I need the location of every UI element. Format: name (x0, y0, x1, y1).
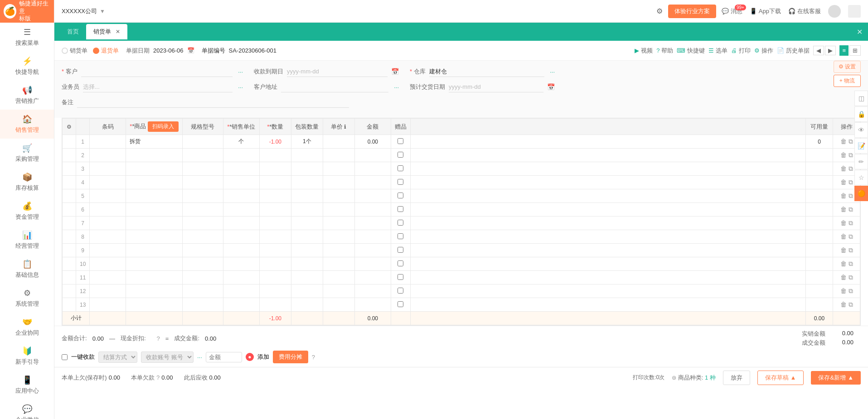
row-product[interactable] (126, 203, 182, 217)
row-qty[interactable] (259, 189, 291, 203)
row-product[interactable] (126, 244, 182, 257)
row-unit[interactable] (223, 230, 259, 244)
row-copy-btn[interactable]: ⧉ (849, 246, 853, 254)
row-copy-btn[interactable]: ⧉ (849, 151, 853, 159)
row-desc[interactable] (410, 162, 805, 176)
print-btn[interactable]: 🖨 打印 (731, 47, 751, 55)
user-menu[interactable] (848, 5, 861, 18)
row-unit[interactable] (223, 176, 259, 189)
sidebar-item-finance[interactable]: 💰 资金管理 (0, 197, 54, 226)
row-unit[interactable] (223, 149, 259, 162)
sidebar-item-wechat[interactable]: 💬 企业微信 (0, 400, 54, 419)
row-qty[interactable] (259, 149, 291, 162)
salesperson-input[interactable] (83, 82, 233, 92)
row-barcode[interactable] (90, 203, 126, 217)
video-help-btn[interactable]: ▶ 视频 (635, 47, 653, 55)
row-unit[interactable] (223, 189, 259, 203)
customer-select-icon[interactable]: ··· (238, 68, 243, 75)
amount-dots[interactable]: ··· (197, 354, 202, 361)
row-barcode[interactable] (90, 257, 126, 271)
th-gear[interactable]: ⚙ (63, 119, 76, 135)
customer-addr-select-icon[interactable]: ··· (394, 84, 399, 91)
calc-help-icon[interactable]: ? (157, 335, 160, 342)
sidebar-item-business[interactable]: 📊 经营管理 (0, 226, 54, 255)
right-tool-7[interactable]: 🟠 (854, 186, 868, 201)
help-btn[interactable]: ? 帮助 (656, 47, 673, 55)
warehouse-select-icon[interactable]: ··· (550, 68, 555, 75)
row-desc[interactable] (410, 217, 805, 230)
add-payment-button[interactable]: ● (246, 353, 254, 361)
history-btn[interactable]: 📄 历史单据 (777, 47, 810, 55)
sidebar-item-collab[interactable]: 🤝 企业协同 (0, 313, 54, 342)
row-copy-btn[interactable]: ⧉ (849, 178, 853, 186)
row-qty[interactable] (259, 162, 291, 176)
row-gift[interactable] (391, 284, 410, 298)
row-product[interactable] (126, 271, 182, 284)
row-copy-btn[interactable]: ⧉ (849, 233, 853, 241)
sidebar-item-basic[interactable]: 📋 基础信息 (0, 255, 54, 284)
notes-input[interactable] (77, 97, 349, 108)
row-price[interactable] (323, 244, 354, 257)
company-selector[interactable]: XXXXXX公司 ▼ (62, 7, 651, 15)
row-unit[interactable] (223, 162, 259, 176)
tab-close-all-icon[interactable]: ✕ (857, 28, 863, 36)
row-delete-btn[interactable]: 🗑 (840, 219, 847, 227)
row-copy-btn[interactable]: ⧉ (849, 301, 853, 308)
row-barcode[interactable] (90, 162, 126, 176)
row-gift[interactable] (391, 203, 410, 217)
grid-view-btn[interactable]: ⊞ (849, 45, 861, 56)
row-spec[interactable] (182, 217, 223, 230)
row-price[interactable] (323, 176, 354, 189)
row-desc[interactable] (410, 149, 805, 162)
row-price[interactable] (323, 203, 354, 217)
row-delete-btn[interactable]: 🗑 (840, 287, 847, 295)
row-desc[interactable] (410, 135, 805, 149)
row-product[interactable] (126, 176, 182, 189)
row-unit[interactable] (223, 284, 259, 298)
row-barcode[interactable] (90, 230, 126, 244)
customer-input[interactable] (81, 66, 233, 77)
row-unit[interactable] (223, 244, 259, 257)
trial-button[interactable]: 体验行业方案 (668, 5, 716, 18)
row-delete-btn[interactable]: 🗑 (840, 233, 847, 241)
row-gift[interactable] (391, 176, 410, 189)
row-desc[interactable] (410, 244, 805, 257)
row-gift[interactable] (391, 162, 410, 176)
row-desc[interactable] (410, 230, 805, 244)
row-delete-btn[interactable]: 🗑 (840, 138, 847, 145)
row-delete-btn[interactable]: 🗑 (840, 260, 847, 268)
tab-close-icon[interactable]: ✕ (116, 29, 120, 35)
row-spec[interactable] (182, 162, 223, 176)
row-gift[interactable] (391, 230, 410, 244)
row-gift[interactable] (391, 135, 410, 149)
scan-button[interactable]: 扫码录入 (148, 121, 179, 132)
row-qty[interactable] (259, 217, 291, 230)
row-price[interactable] (323, 149, 354, 162)
row-product[interactable] (126, 217, 182, 230)
message-button[interactable]: 💬 消息 99+ (722, 7, 742, 15)
expected-delivery-calendar-icon[interactable]: 📅 (547, 83, 555, 91)
row-unit[interactable]: 个 (223, 135, 259, 149)
save-new-button[interactable]: 保存&新增 ▲ (811, 371, 861, 385)
online-service-button[interactable]: 🎧 在线客服 (788, 7, 821, 15)
sidebar-item-sales[interactable]: 🏠 销售管理 (0, 110, 54, 139)
row-delete-btn[interactable]: 🗑 (840, 301, 847, 308)
right-tool-1[interactable]: ◫ (854, 91, 868, 106)
payment-account-select[interactable]: 收款账号 账号 (141, 352, 194, 363)
row-delete-btn[interactable]: 🗑 (840, 246, 847, 254)
row-copy-btn[interactable]: ⧉ (849, 165, 853, 173)
right-tool-5[interactable]: ✏ (854, 154, 868, 169)
row-qty[interactable] (259, 257, 291, 271)
row-spec[interactable] (182, 244, 223, 257)
row-spec[interactable] (182, 176, 223, 189)
row-copy-btn[interactable]: ⧉ (849, 260, 853, 268)
sidebar-item-marketing[interactable]: 📢 营销推广 (0, 81, 54, 110)
row-price[interactable] (323, 217, 354, 230)
sidebar-item-quick-nav[interactable]: ⚡ 快捷导航 (0, 52, 54, 81)
row-spec[interactable] (182, 149, 223, 162)
row-copy-btn[interactable]: ⧉ (849, 192, 853, 200)
row-copy-btn[interactable]: ⧉ (849, 138, 853, 145)
row-delete-btn[interactable]: 🗑 (840, 151, 847, 159)
radio-sales[interactable]: 销货单 (62, 47, 87, 55)
sidebar-item-system[interactable]: ⚙ 系统管理 (0, 284, 54, 313)
